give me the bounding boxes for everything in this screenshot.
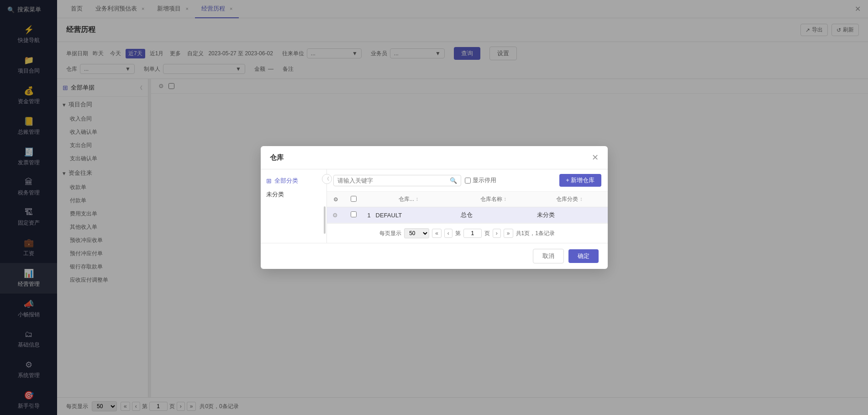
col-code[interactable]: 仓库...	[362, 192, 455, 207]
add-warehouse-button[interactable]: + 新增仓库	[559, 174, 601, 187]
modal-close-button[interactable]: ✕	[592, 152, 599, 163]
modal-page-size-select[interactable]: 50 100	[404, 228, 429, 238]
table-select-all[interactable]	[351, 196, 357, 202]
modal-body: ⊞ 全部分类 未分类 《 🔍	[261, 169, 608, 243]
col-name[interactable]: 仓库名称	[455, 192, 531, 207]
modal-last-page[interactable]: »	[504, 229, 513, 238]
warehouse-table: ⚙ 仓库... 仓库名称 仓库分类 ⚙	[327, 192, 608, 223]
modal-confirm-button[interactable]: 确定	[568, 249, 599, 263]
row-gear[interactable]: ⚙	[327, 207, 345, 223]
table-row[interactable]: ⚙ 1 DEFAULT 总仓 未分类	[327, 207, 608, 223]
modal-total-records: 共1页，1条记录	[516, 230, 555, 237]
modal-toolbar: 🔍 显示停用 + 新增仓库	[327, 169, 608, 192]
col-gear: ⚙	[327, 192, 345, 207]
row-name: 总仓	[455, 207, 531, 223]
modal-prev-page[interactable]: ‹	[444, 229, 452, 238]
show-disabled-checkbox[interactable]	[465, 178, 471, 184]
warehouse-modal: 仓库 ✕ ⊞ 全部分类 未分类 《	[261, 146, 608, 269]
modal-search-box[interactable]: 🔍	[333, 175, 461, 186]
table-header-row: ⚙ 仓库... 仓库名称 仓库分类	[327, 192, 608, 207]
col-category[interactable]: 仓库分类	[531, 192, 608, 207]
modal-right-panel: 🔍 显示停用 + 新增仓库 ⚙	[327, 169, 608, 243]
table-body: ⚙ 1 DEFAULT 总仓 未分类	[327, 207, 608, 223]
scrollbar-thumb	[324, 206, 326, 234]
grid-icon-modal: ⊞	[266, 177, 272, 184]
modal-page-input[interactable]	[463, 229, 482, 238]
modal-left-panel: ⊞ 全部分类 未分类 《	[261, 169, 327, 243]
show-disabled-checkbox-label[interactable]: 显示停用	[465, 176, 496, 184]
modal-cancel-button[interactable]: 取消	[533, 249, 564, 263]
modal-table: ⚙ 仓库... 仓库名称 仓库分类 ⚙	[327, 192, 608, 223]
modal-next-page[interactable]: ›	[493, 229, 501, 238]
modal-all-category[interactable]: ⊞ 全部分类	[261, 174, 326, 188]
modal-first-page[interactable]: «	[432, 229, 442, 238]
modal-category-unclassified[interactable]: 未分类	[261, 188, 326, 201]
modal-search-input[interactable]	[337, 177, 448, 184]
modal-header: 仓库 ✕	[261, 146, 608, 169]
row-category: 未分类	[531, 207, 608, 223]
row-checkbox[interactable]	[345, 207, 362, 223]
search-icon-modal: 🔍	[450, 177, 457, 184]
row-index-code: 1 DEFAULT	[362, 207, 455, 223]
modal-pagination: 每页显示 50 100 « ‹ 第 页 › » 共1页，1条记录	[327, 223, 608, 243]
modal-footer: 取消 确定	[261, 243, 608, 269]
modal-collapse-button[interactable]: 《	[322, 174, 332, 184]
row-select-checkbox[interactable]	[351, 211, 357, 217]
col-checkbox	[345, 192, 362, 207]
modal-title: 仓库	[270, 153, 284, 162]
modal-overlay: 仓库 ✕ ⊞ 全部分类 未分类 《	[0, 0, 868, 415]
